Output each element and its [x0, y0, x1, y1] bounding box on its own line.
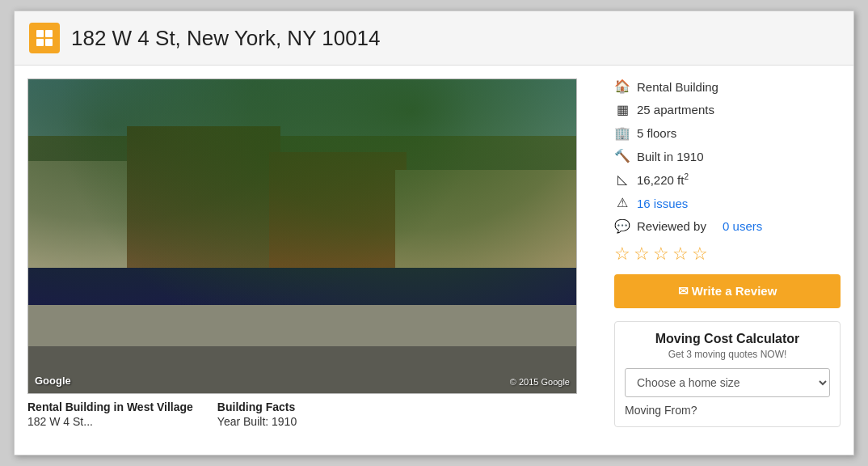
- issues-link[interactable]: 16 issues: [637, 196, 688, 212]
- grid-icon: ▦: [614, 102, 630, 119]
- info-type-text: Rental Building: [637, 79, 718, 95]
- left-section: Google © 2015 Google Rental Building in …: [27, 78, 598, 428]
- google-label: Google: [35, 375, 71, 387]
- main-content: Google © 2015 Google Rental Building in …: [15, 66, 853, 441]
- header: 182 W 4 St, New York, NY 10014: [15, 11, 853, 66]
- home-icon: 🏠: [614, 78, 630, 95]
- copyright-label: © 2015 Google: [510, 377, 570, 387]
- info-reviews: 💬 Reviewed by 0 users: [614, 218, 841, 235]
- svg-rect-0: [36, 30, 44, 37]
- page-wrapper: 182 W 4 St, New York, NY 10014: [14, 11, 854, 455]
- road: [28, 346, 576, 393]
- calculator-title: Moving Cost Calculator: [625, 332, 830, 346]
- info-list: 🏠 Rental Building ▦ 25 apartments 🏢 5 fl…: [614, 78, 841, 235]
- calculator-subtitle: Get 3 moving quotes NOW!: [625, 349, 830, 360]
- star-1[interactable]: ☆: [614, 244, 630, 265]
- info-built: 🔨 Built in 1910: [614, 148, 841, 165]
- below-col-2-title: Building Facts: [217, 400, 297, 413]
- below-col-1-text: 182 W 4 St...: [27, 415, 193, 428]
- below-col-1: Rental Building in West Village 182 W 4 …: [27, 400, 193, 428]
- info-floors-text: 5 floors: [637, 125, 676, 142]
- info-type: 🏠 Rental Building: [614, 78, 841, 95]
- moving-from-label: Moving From?: [625, 404, 830, 417]
- svg-rect-3: [45, 39, 53, 46]
- home-size-select[interactable]: Choose a home size Studio 1 Bedroom 2 Be…: [625, 368, 830, 397]
- page-title: 182 W 4 St, New York, NY 10014: [71, 26, 381, 51]
- star-4[interactable]: ☆: [672, 244, 689, 265]
- below-image: Rental Building in West Village 182 W 4 …: [27, 400, 598, 428]
- warning-icon: ⚠: [614, 195, 630, 212]
- svg-rect-2: [36, 39, 44, 46]
- info-built-text: Built in 1910: [637, 149, 704, 165]
- info-area-text: 16,220 ft2: [637, 172, 689, 189]
- info-area: ◺ 16,220 ft2: [614, 172, 841, 189]
- below-col-2-text: Year Built: 1910: [217, 415, 297, 428]
- right-section: 🏠 Rental Building ▦ 25 apartments 🏢 5 fl…: [614, 78, 841, 428]
- info-floors: 🏢 5 floors: [614, 125, 841, 142]
- calculator-box: Moving Cost Calculator Get 3 moving quot…: [614, 321, 841, 427]
- star-5[interactable]: ☆: [692, 244, 708, 265]
- building-icon: [29, 23, 60, 53]
- chat-icon: 💬: [614, 218, 630, 235]
- info-apartments-text: 25 apartments: [637, 102, 714, 118]
- area-icon: ◺: [614, 172, 630, 189]
- reviewed-by-text: Reviewed by: [637, 218, 706, 235]
- star-3[interactable]: ☆: [653, 244, 669, 265]
- street-scene: [28, 79, 576, 393]
- below-col-2: Building Facts Year Built: 1910: [217, 400, 297, 428]
- floors-icon: 🏢: [614, 125, 630, 142]
- below-col-1-title: Rental Building in West Village: [27, 400, 193, 413]
- write-review-button[interactable]: ✉ Write a Review: [614, 274, 841, 308]
- info-issues: ⚠ 16 issues: [614, 195, 841, 212]
- star-2[interactable]: ☆: [634, 244, 650, 265]
- stars-row: ☆ ☆ ☆ ☆ ☆: [614, 244, 841, 265]
- building-grid-icon: [35, 28, 54, 48]
- construction-icon: 🔨: [614, 148, 630, 165]
- info-apartments: ▦ 25 apartments: [614, 102, 841, 119]
- users-link[interactable]: 0 users: [723, 218, 762, 235]
- svg-rect-1: [45, 30, 53, 37]
- property-image: Google © 2015 Google: [27, 78, 577, 394]
